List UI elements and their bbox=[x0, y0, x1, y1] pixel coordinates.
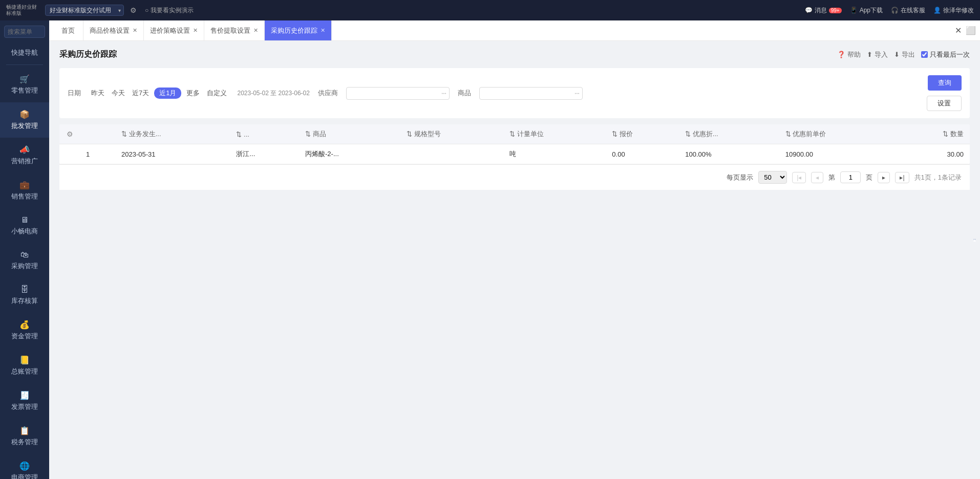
tab-price[interactable]: 商品价格设置 ✕ bbox=[83, 20, 144, 40]
export-button[interactable]: ⬇ 导出 bbox=[894, 50, 915, 59]
help-button[interactable]: ❓ 帮助 bbox=[837, 50, 861, 59]
cell-gear bbox=[59, 144, 80, 164]
cell-supplier: 浙江... bbox=[230, 144, 299, 164]
supplier-select-wrap[interactable]: ··· bbox=[346, 87, 450, 100]
tab-purchase-strategy[interactable]: 进价策略设置 ✕ bbox=[144, 20, 204, 40]
finance-icon: 💰 bbox=[19, 320, 30, 330]
tab-bar: 首页 商品价格设置 ✕ 进价策略设置 ✕ 售价提取设置 ✕ 采购历史价跟踪 ✕ … bbox=[49, 20, 980, 41]
date-btn-7days[interactable]: 近7天 bbox=[130, 88, 151, 99]
sidebar-item-label-marketing: 营销推广 bbox=[11, 157, 38, 166]
cell-index: 1 bbox=[80, 144, 115, 164]
cell-goods: 丙烯酸-2-... bbox=[299, 144, 400, 164]
sidebar-item-ledger[interactable]: 📒 总账管理 bbox=[0, 348, 49, 383]
table-gear-button[interactable]: ⚙ bbox=[67, 130, 73, 138]
topbar-right: 💬 消息 99+ 📱 App下载 🎧 在线客服 👤 徐泽华修改 bbox=[805, 6, 974, 15]
table-row: 1 2023-05-31 浙江... 丙烯酸-2-... 吨 0.00 100.… bbox=[59, 144, 970, 164]
tab-close-button[interactable]: ✕ bbox=[955, 26, 962, 35]
wholesale-icon: 📦 bbox=[19, 110, 30, 119]
table-header-row: ⚙ ⇅ 业务发生... ⇅ ... ⇅ 商品 bbox=[59, 124, 970, 144]
sidebar-item-tax[interactable]: 📋 税务管理 bbox=[0, 419, 49, 454]
col-goods: ⇅ 商品 bbox=[299, 124, 400, 144]
goods-input[interactable] bbox=[479, 87, 583, 100]
messages-button[interactable]: 💬 消息 99+ bbox=[805, 6, 842, 15]
supplier-input[interactable] bbox=[346, 87, 450, 100]
sidebar-item-label-finance: 资金管理 bbox=[11, 332, 38, 341]
sidebar-item-wholesale[interactable]: 📦 批发管理 ▴ bbox=[0, 102, 49, 138]
page-size-select[interactable]: 50 100 200 bbox=[758, 171, 787, 184]
sidebar-nav-item[interactable]: 快捷导航 bbox=[0, 43, 49, 62]
col-quantity: ⇅ 数量 bbox=[897, 124, 970, 144]
date-btn-yesterday[interactable]: 昨天 bbox=[89, 88, 106, 99]
page-next-button[interactable]: ▸ bbox=[878, 172, 890, 183]
query-button[interactable]: 查询 bbox=[928, 75, 962, 91]
tab-maximize-button[interactable]: ⬜ bbox=[966, 26, 976, 35]
version-selector[interactable]: 好业财标准版交付试用 bbox=[45, 5, 124, 16]
only-latest-checkbox-label[interactable]: 只看最后一次 bbox=[921, 50, 970, 59]
page-last-button[interactable]: ▸| bbox=[895, 172, 909, 183]
demo-link[interactable]: 我要看实例演示 bbox=[145, 6, 194, 15]
sidebar-item-label-sales: 销售管理 bbox=[11, 192, 38, 201]
filter-settings-button[interactable]: 设置 bbox=[927, 96, 962, 111]
sidebar-search-wrap[interactable] bbox=[0, 20, 49, 43]
topbar-settings-button[interactable]: ⚙ bbox=[128, 4, 139, 16]
table-body: 1 2023-05-31 浙江... 丙烯酸-2-... 吨 0.00 100.… bbox=[59, 144, 970, 164]
cell-quantity: 30.00 bbox=[897, 144, 970, 164]
goods-select-wrap[interactable]: ··· bbox=[479, 87, 583, 100]
supplier-filter-label: 供应商 bbox=[318, 89, 338, 98]
version-selector-wrap[interactable]: 好业财标准版交付试用 bbox=[45, 5, 124, 16]
date-btn-today[interactable]: 今天 bbox=[110, 88, 127, 99]
sidebar-item-retail[interactable]: 🛒 零售管理 ▾ bbox=[0, 67, 49, 102]
cell-pre-discount-price: 10900.00 bbox=[779, 144, 897, 164]
import-button[interactable]: ⬆ 导入 bbox=[867, 50, 888, 59]
tax-icon: 📋 bbox=[19, 426, 30, 436]
sidebar-item-label-retail: 零售管理 bbox=[11, 86, 38, 95]
total-info: 共1页，1条记录 bbox=[914, 173, 962, 182]
messages-badge: 99+ bbox=[829, 8, 842, 13]
sidebar-item-inventory[interactable]: 🗄 库存核算 bbox=[0, 278, 49, 313]
col-pre-discount-price: ⇅ 优惠前单价 bbox=[779, 124, 897, 144]
sidebar-item-label-purchase: 采购管理 bbox=[11, 262, 38, 271]
tab-purchase-strategy-close[interactable]: ✕ bbox=[193, 27, 198, 34]
sidebar-item-label-tax: 税务管理 bbox=[11, 438, 38, 447]
tab-sale-price[interactable]: 售价提取设置 ✕ bbox=[204, 20, 265, 40]
col-index bbox=[80, 124, 115, 144]
page-first-button[interactable]: |◂ bbox=[792, 172, 806, 183]
sidebar-item-purchase[interactable]: 🛍 采购管理 bbox=[0, 243, 49, 278]
sidebar-item-sales[interactable]: 💼 销售管理 bbox=[0, 173, 49, 208]
tab-price-close[interactable]: ✕ bbox=[133, 27, 137, 34]
page-content: 采购历史价跟踪 ❓ 帮助 ⬆ 导入 ⬇ 导出 bbox=[49, 41, 980, 479]
page-label-suffix: 页 bbox=[866, 173, 872, 182]
date-btn-custom[interactable]: 自定义 bbox=[205, 88, 229, 99]
page-number-input[interactable] bbox=[840, 171, 861, 183]
ecom-small-icon: 🖥 bbox=[20, 215, 29, 225]
sidebar-item-marketing[interactable]: 📣 营销推广 bbox=[0, 138, 49, 173]
retail-icon: 🛒 bbox=[19, 74, 30, 84]
page-prev-button[interactable]: ◂ bbox=[811, 172, 823, 183]
cell-spec bbox=[400, 144, 503, 164]
sidebar-item-finance[interactable]: 💰 资金管理 bbox=[0, 313, 49, 348]
goods-filter-label: 商品 bbox=[458, 89, 471, 98]
sidebar-item-label-invoice: 发票管理 bbox=[11, 402, 38, 411]
ledger-icon: 📒 bbox=[19, 355, 30, 365]
tab-history-price-close[interactable]: ✕ bbox=[321, 27, 325, 34]
tab-home[interactable]: 首页 bbox=[53, 20, 83, 40]
page-label-prefix: 第 bbox=[828, 173, 835, 182]
tab-sale-price-close[interactable]: ✕ bbox=[253, 27, 258, 34]
logo: 畅捷通好业财 标准版 bbox=[6, 4, 37, 16]
date-btn-1month[interactable]: 近1月 bbox=[154, 88, 181, 99]
sidebar-item-label-wholesale: 批发管理 bbox=[11, 121, 38, 130]
tab-history-price[interactable]: 采购历史价跟踪 ✕ bbox=[265, 20, 332, 40]
sidebar-item-invoice[interactable]: 🧾 发票管理 bbox=[0, 383, 49, 419]
sidebar-divider bbox=[6, 64, 43, 65]
search-input[interactable] bbox=[4, 26, 45, 38]
page-size-label: 每页显示 bbox=[727, 173, 753, 182]
online-service-button[interactable]: 🎧 在线客服 bbox=[891, 6, 925, 15]
user-menu-button[interactable]: 👤 徐泽华修改 bbox=[933, 6, 974, 15]
app-download-button[interactable]: 📱 App下载 bbox=[850, 6, 883, 15]
date-btn-more[interactable]: 更多 bbox=[184, 88, 202, 99]
only-latest-checkbox[interactable] bbox=[921, 51, 928, 58]
pagination-bar: 每页显示 50 100 200 |◂ ◂ 第 页 ▸ ▸| 共1页，1条记录 bbox=[59, 164, 970, 190]
sidebar-item-ecom[interactable]: 🌐 电商管理 bbox=[0, 454, 49, 479]
marketing-icon: 📣 bbox=[19, 145, 30, 155]
sidebar-item-ecom-small[interactable]: 🖥 小畅电商 bbox=[0, 208, 49, 243]
